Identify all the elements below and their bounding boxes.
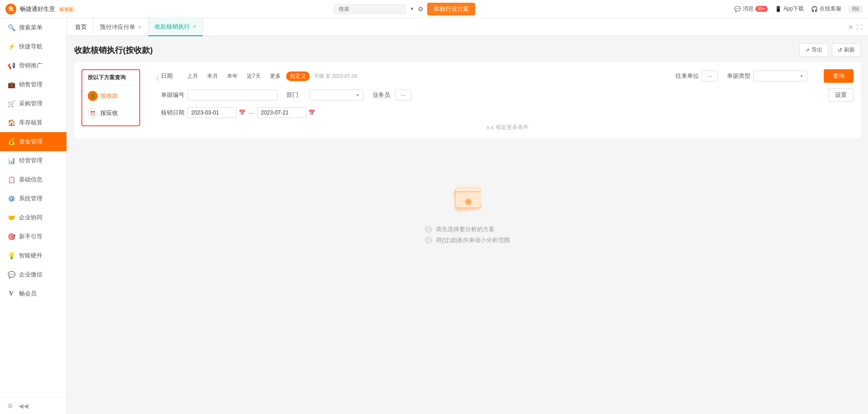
sidebar-item-shortcuts[interactable]: ⚡ 快捷导航 bbox=[0, 37, 66, 56]
date-chip-this-month[interactable]: 本月 bbox=[203, 71, 222, 81]
sidebar-item-label: 搜索菜单 bbox=[19, 24, 42, 32]
date-chip-more[interactable]: 更多 bbox=[266, 71, 284, 81]
online-service-btn[interactable]: 🎧 在线客服 bbox=[811, 5, 841, 13]
date-chip-last-month[interactable]: 上月 bbox=[184, 71, 202, 81]
filter-sidebar-title: 按以下方案查询 bbox=[82, 74, 139, 86]
query-button[interactable]: 查询 bbox=[824, 69, 854, 83]
collapse-chevron-icon: ∧∧ bbox=[486, 124, 494, 131]
enterprise-icon: 🤝 bbox=[7, 214, 15, 221]
calendar-start-icon[interactable]: 📅 bbox=[239, 109, 245, 116]
sidebar-item-funds[interactable]: 💰 资金管理 bbox=[0, 132, 66, 151]
settings-gear-icon[interactable]: ⚙ bbox=[418, 5, 424, 13]
page-header-actions: ↗ 导出 ↺ 刷新 bbox=[799, 43, 861, 57]
sidebar-item-label: 系统管理 bbox=[19, 195, 42, 203]
date-chip-custom[interactable]: 自定义 bbox=[286, 71, 310, 81]
top-bar: 兔 畅捷通好生意 标准版 ▼ ⚙ 体验行业方案 💬 消息 99+ 📱 App下载… bbox=[0, 0, 868, 18]
bill-type-label: 单据类型 bbox=[727, 72, 750, 80]
filter-sidebar-collapse-btn[interactable]: 《 bbox=[151, 71, 161, 85]
sidebar-item-enterprise[interactable]: 🤝 企业协同 bbox=[0, 208, 66, 227]
date-label: 日期 bbox=[161, 72, 181, 80]
bill-no-input[interactable] bbox=[187, 90, 278, 100]
verify-start-input[interactable] bbox=[187, 107, 237, 118]
verify-date-label: 核销日期 bbox=[161, 109, 184, 117]
empty-hint-1: 1 请先选择要分析的方案 bbox=[425, 225, 509, 233]
tab-close-all-icon[interactable]: ✕ bbox=[848, 24, 854, 31]
sidebar-item-operations[interactable]: 📊 经营管理 bbox=[0, 151, 66, 170]
setting-button[interactable]: 设置 bbox=[828, 88, 854, 102]
sidebar-item-search[interactable]: 🔍 搜索菜单 bbox=[0, 18, 66, 37]
filter-panel: 按以下方案查询 💲 按收款 ⏰ 按应收 《 bbox=[74, 62, 861, 138]
headset-icon: 🎧 bbox=[811, 6, 818, 12]
member-icon: V bbox=[7, 290, 15, 297]
tab-expand-icon[interactable]: ⛶ bbox=[856, 24, 863, 31]
version-tag: 标准版 bbox=[58, 6, 75, 12]
filter-option-by-receivable[interactable]: ⏰ 按应收 bbox=[82, 105, 139, 122]
bill-no-label: 单据编号 bbox=[161, 91, 184, 99]
sidebar-item-system[interactable]: ⚙️ 系统管理 bbox=[0, 189, 66, 208]
sidebar-item-member[interactable]: V 畅会员 bbox=[0, 284, 66, 303]
sidebar-item-wechat[interactable]: 💬 企业微信 bbox=[0, 265, 66, 284]
user-avatar[interactable]: Rit bbox=[849, 5, 863, 13]
tab-receipt-label: 收款核销执行 bbox=[155, 23, 190, 31]
message-btn[interactable]: 💬 消息 99+ bbox=[734, 5, 768, 13]
solution-button[interactable]: 体验行业方案 bbox=[427, 3, 475, 15]
sidebar-item-inventory[interactable]: 🏠 库存核算 bbox=[0, 113, 66, 132]
tab-receipt-writeoff[interactable]: 收款核销执行 ✕ bbox=[148, 18, 203, 36]
filter-option-receipt-label: 按收款 bbox=[100, 92, 118, 100]
app-download-label: App下载 bbox=[783, 5, 804, 13]
export-label: 导出 bbox=[811, 46, 822, 54]
tab-prepay[interactable]: 预付冲应付单 ✕ bbox=[94, 18, 148, 36]
tab-receipt-close[interactable]: ✕ bbox=[193, 24, 196, 29]
sidebar-item-hardware[interactable]: 💡 智能硬件 bbox=[0, 246, 66, 265]
sidebar-item-label: 快捷导航 bbox=[19, 43, 42, 51]
sidebar-item-label: 企业协同 bbox=[19, 214, 42, 222]
bill-type-select[interactable] bbox=[753, 71, 807, 81]
hardware-icon: 💡 bbox=[7, 252, 15, 259]
date-chip-this-year[interactable]: 本年 bbox=[223, 71, 241, 81]
collapse-sidebar-icon[interactable]: ◀◀ bbox=[19, 402, 28, 409]
hint-num-2: 2 bbox=[425, 237, 432, 244]
dept-field: 部门 ▼ bbox=[287, 90, 363, 100]
tab-prepay-close[interactable]: ✕ bbox=[138, 24, 142, 29]
content-area: 首页 预付冲应付单 ✕ 收款核销执行 ✕ ✕ ⛶ 收款核销执行(按收款) bbox=[67, 18, 868, 414]
dropdown-chevron-icon[interactable]: ▼ bbox=[410, 6, 414, 11]
export-button[interactable]: ↗ 导出 bbox=[799, 43, 828, 57]
basic-info-icon: 📋 bbox=[7, 176, 15, 183]
salesman-select-btn[interactable]: ··· bbox=[395, 90, 411, 100]
collapse-more-btn[interactable]: ∧∧ 收起更多条件 bbox=[486, 124, 528, 131]
top-search-input[interactable] bbox=[334, 4, 406, 14]
operations-icon: 📊 bbox=[7, 157, 15, 164]
online-service-label: 在线客服 bbox=[820, 5, 841, 13]
tab-home[interactable]: 首页 bbox=[69, 18, 94, 36]
app-download-btn[interactable]: 📱 App下载 bbox=[775, 5, 804, 13]
query-row-3: 核销日期 📅 — 📅 bbox=[161, 107, 854, 118]
bill-no-field: 单据编号 bbox=[161, 90, 278, 100]
export-icon: ↗ bbox=[805, 47, 810, 53]
sidebar-item-marketing[interactable]: 📢 营销推广 bbox=[0, 56, 66, 75]
sidebar-item-basic-info[interactable]: 📋 基础信息 bbox=[0, 170, 66, 189]
sidebar-item-sales[interactable]: 💼 销售管理 bbox=[0, 75, 66, 94]
sidebar-item-purchase[interactable]: 🛒 采购管理 bbox=[0, 94, 66, 113]
sidebar-item-label: 畅会员 bbox=[19, 290, 37, 298]
sidebar-item-guide[interactable]: 🎯 新手引导 bbox=[0, 227, 66, 246]
filter-option-by-receipt[interactable]: 💲 按收款 bbox=[82, 87, 139, 105]
empty-hints: 1 请先选择要分析的方案 2 用[过滤]条件来缩小分析范围 bbox=[425, 225, 509, 244]
dept-select[interactable] bbox=[309, 90, 363, 100]
date-chip-7days[interactable]: 近7天 bbox=[243, 71, 264, 81]
hint-text-1: 请先选择要分析的方案 bbox=[436, 225, 495, 233]
top-bar-right: 💬 消息 99+ 📱 App下载 🎧 在线客服 Rit bbox=[734, 5, 863, 13]
purchase-icon: 🛒 bbox=[7, 100, 15, 107]
partner-select-btn[interactable]: ··· bbox=[702, 71, 718, 81]
settings-bottom-icon[interactable]: ⚙ bbox=[7, 402, 13, 409]
query-actions: 查询 bbox=[816, 69, 854, 83]
sidebar-item-label: 采购管理 bbox=[19, 100, 42, 108]
verify-start-wrap: 📅 bbox=[187, 107, 245, 118]
refresh-button[interactable]: ↺ 刷新 bbox=[832, 43, 861, 57]
sidebar-item-label: 销售管理 bbox=[19, 81, 42, 89]
empty-hint-2: 2 用[过滤]条件来缩小分析范围 bbox=[425, 236, 509, 244]
app-name: 畅捷通好生意 bbox=[20, 5, 55, 12]
calendar-end-icon[interactable]: 📅 bbox=[308, 109, 315, 116]
verify-end-input[interactable] bbox=[257, 107, 307, 118]
funds-icon: 💰 bbox=[7, 138, 15, 145]
collapse-label: 收起更多条件 bbox=[496, 124, 528, 131]
